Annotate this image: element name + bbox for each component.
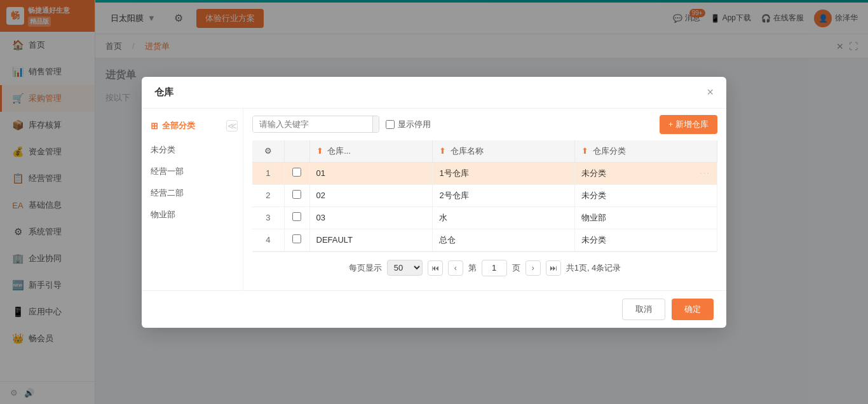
- category-item-uncategorized[interactable]: 未分类: [142, 139, 243, 161]
- show-disabled-label: 显示停用: [386, 119, 431, 130]
- row-checkbox[interactable]: [292, 212, 301, 221]
- row-code: 02: [309, 184, 433, 206]
- last-page-button[interactable]: ⏭: [546, 260, 561, 276]
- warehouse-table: ⚙ ⬆ 仓库... ⬆ 仓库名称: [252, 140, 717, 252]
- row-category: 物业部: [575, 206, 717, 229]
- sort-icon-cat: ⬆: [581, 146, 588, 156]
- page-suffix: 页: [512, 262, 520, 274]
- row-category: 未分类: [575, 229, 717, 251]
- row-code: DEFAULT: [309, 229, 433, 251]
- row-cb: [284, 184, 309, 206]
- modal-body: ⊞ 全部分类 ≪ 未分类 经营一部 经营二部 物业部: [142, 109, 726, 290]
- row-no: 2: [252, 184, 284, 206]
- per-page-label: 每页显示: [349, 262, 382, 274]
- col-code: ⬆ 仓库...: [309, 140, 433, 163]
- panel-collapse-button[interactable]: ≪: [226, 120, 238, 131]
- table-row[interactable]: 1 01 1号仓库 未分类 ···: [252, 162, 717, 184]
- prev-page-button[interactable]: ‹: [448, 260, 463, 276]
- table-row[interactable]: 4 DEFAULT 总仓 未分类: [252, 229, 717, 251]
- confirm-button[interactable]: 确定: [672, 299, 714, 320]
- row-code: 01: [309, 162, 433, 184]
- warehouse-modal: 仓库 × ⊞ 全部分类 ≪ 未分类 经营一部: [142, 77, 726, 328]
- row-category: 未分类 ···: [575, 162, 717, 184]
- all-category-label: 全部分类: [162, 120, 195, 131]
- pagination: 每页显示 50 100 200 ⏮ ‹ 第 页 › ⏭ 共1页, 4条记录: [252, 252, 717, 284]
- table-row[interactable]: 2 02 2号仓库 未分类: [252, 184, 717, 206]
- per-page-select[interactable]: 50 100 200: [387, 260, 423, 276]
- row-dots[interactable]: ···: [700, 168, 710, 177]
- row-no: 1: [252, 162, 284, 184]
- right-toolbar: 🔍 显示停用 + 新增仓库: [252, 115, 717, 134]
- next-page-button[interactable]: ›: [526, 260, 541, 276]
- page-number-input[interactable]: [482, 260, 507, 276]
- add-warehouse-button[interactable]: + 新增仓库: [660, 115, 717, 134]
- grid-icon: ⊞: [151, 121, 158, 131]
- table-row[interactable]: 3 03 水 物业部: [252, 206, 717, 229]
- category-item-ops1[interactable]: 经营一部: [142, 161, 243, 182]
- col-category: ⬆ 仓库分类: [575, 140, 717, 163]
- show-disabled-checkbox[interactable]: [386, 120, 395, 129]
- sort-icon-name: ⬆: [439, 146, 446, 156]
- row-name: 1号仓库: [433, 162, 575, 184]
- row-no: 4: [252, 229, 284, 251]
- modal-title: 仓库: [154, 86, 173, 98]
- modal-header: 仓库 ×: [142, 77, 726, 109]
- first-page-button[interactable]: ⏮: [428, 260, 443, 276]
- modal-overlay: 仓库 × ⊞ 全部分类 ≪ 未分类 经营一部: [0, 0, 868, 404]
- row-code: 03: [309, 206, 433, 229]
- search-input[interactable]: [253, 116, 372, 132]
- row-name: 总仓: [433, 229, 575, 251]
- row-cb: [284, 206, 309, 229]
- page-label: 第: [468, 262, 477, 274]
- right-panel: 🔍 显示停用 + 新增仓库 ⚙: [243, 109, 726, 290]
- col-name: ⬆ 仓库名称: [433, 140, 575, 163]
- row-name: 水: [433, 206, 575, 229]
- left-panel: ⊞ 全部分类 ≪ 未分类 经营一部 经营二部 物业部: [142, 109, 243, 290]
- row-checkbox[interactable]: [292, 190, 301, 199]
- modal-footer: 取消 确定: [142, 290, 726, 328]
- total-info: 共1页, 4条记录: [566, 262, 621, 274]
- category-item-ops2[interactable]: 经营二部: [142, 182, 243, 204]
- col-checkbox: [284, 140, 309, 163]
- modal-close-button[interactable]: ×: [707, 86, 714, 99]
- row-category: 未分类: [575, 184, 717, 206]
- all-category-button[interactable]: ⊞ 全部分类: [142, 115, 204, 137]
- search-button[interactable]: 🔍: [372, 116, 379, 132]
- row-name: 2号仓库: [433, 184, 575, 206]
- cancel-button[interactable]: 取消: [622, 299, 665, 320]
- row-checkbox[interactable]: [292, 234, 301, 243]
- table-container: ⚙ ⬆ 仓库... ⬆ 仓库名称: [252, 140, 717, 252]
- col-settings: ⚙: [252, 140, 284, 163]
- search-box: 🔍: [252, 116, 379, 133]
- row-cb: [284, 162, 309, 184]
- sort-icon: ⬆: [316, 146, 323, 156]
- row-no: 3: [252, 206, 284, 229]
- row-checkbox[interactable]: [292, 168, 301, 177]
- category-item-property[interactable]: 物业部: [142, 204, 243, 226]
- row-cb: [284, 229, 309, 251]
